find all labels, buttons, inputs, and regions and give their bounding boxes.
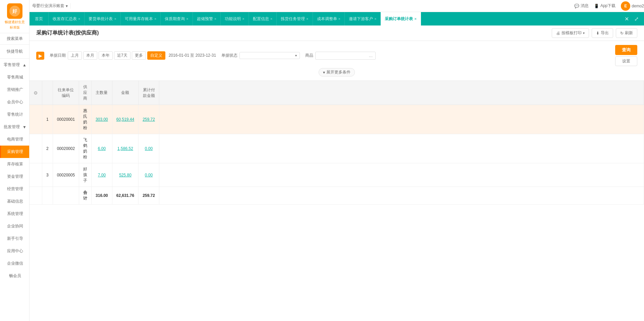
sidebar-item-enterprise-wechat[interactable]: 企业微信 — [0, 257, 29, 270]
qty-link[interactable]: 6.00 — [98, 146, 106, 151]
tab-expiry-query-close[interactable]: × — [186, 17, 188, 21]
sidebar-item-purchase[interactable]: 采购管理 — [0, 146, 29, 158]
query-button[interactable]: 查询 — [615, 45, 637, 55]
company-selector[interactable]: 母婴行业演示账套 ▾ — [30, 3, 71, 9]
tab-invite-downstream[interactable]: 邀请下游客户 × — [345, 12, 381, 25]
tab-receive-send[interactable]: 收发存汇总表 × — [49, 12, 85, 25]
sidebar-item-inventory[interactable]: 库存核算 — [0, 158, 29, 170]
tab-function-desc[interactable]: 功能说明 × — [221, 12, 249, 25]
quick-nav[interactable]: 快捷导航 — [0, 45, 29, 59]
btn-7days[interactable]: 近7天 — [114, 51, 130, 60]
sidebar-item-retail-management[interactable]: 零售管理 ▲ — [0, 59, 29, 71]
status-select[interactable]: ▾ — [239, 52, 300, 59]
sidebar-item-marketing[interactable]: 营销推广 — [0, 84, 29, 96]
sidebar-item-system[interactable]: 系统管理 — [0, 208, 29, 220]
goods-input[interactable]: … — [315, 52, 376, 60]
cell-qty[interactable]: 7.00 — [92, 163, 112, 187]
goods-more-btn[interactable]: … — [369, 53, 373, 58]
cell-extra — [159, 134, 644, 163]
tab-storage-task-close[interactable]: × — [306, 17, 308, 21]
search-menu[interactable]: 搜索菜单 — [0, 33, 29, 45]
tab-invite-downstream-close[interactable]: × — [374, 17, 376, 21]
sidebar-item-app-center[interactable]: 应用中心 — [0, 245, 29, 257]
sidebar-item-retail-mall[interactable]: 零售商城 — [0, 71, 29, 84]
paid-link[interactable]: 259.72 — [143, 117, 155, 122]
cell-amount[interactable]: 525.80 — [112, 163, 138, 187]
settings-column-icon[interactable]: ⚙ — [34, 90, 38, 96]
filter-toggle-btn[interactable]: ▶ — [36, 52, 44, 60]
sidebar-item-enterprise-coop[interactable]: 企业协同 — [0, 220, 29, 232]
cell-qty[interactable]: 6.00 — [92, 134, 112, 163]
sidebar-item-basic-info[interactable]: 基础信息 — [0, 195, 29, 208]
maximize-btn[interactable]: ⤢ — [632, 16, 641, 22]
tab-expiry-query[interactable]: 保质期查询 × — [161, 12, 193, 25]
cell-paid[interactable]: 259.72 — [139, 105, 159, 134]
amount-link[interactable]: 60,519.44 — [116, 117, 134, 122]
tab-order-stats[interactable]: 要货单统计表 × — [85, 12, 120, 25]
tab-overstock-label: 超储预警 — [197, 16, 213, 22]
sidebar-item-member-center[interactable]: 会员中心 — [0, 96, 29, 108]
tab-receive-send-close[interactable]: × — [78, 17, 80, 21]
refresh-button[interactable]: ↻ 刷新 — [616, 28, 637, 38]
tab-overstock-close[interactable]: × — [214, 17, 216, 21]
tab-available-inventory-close[interactable]: × — [154, 17, 156, 21]
tab-cost-adjust-close[interactable]: × — [338, 17, 340, 21]
qty-link[interactable]: 303.00 — [96, 117, 108, 122]
paid-link[interactable]: 0.00 — [145, 173, 153, 177]
cell-paid[interactable]: 0.00 — [139, 134, 159, 163]
tab-storage-task[interactable]: 拣货任务管理 × — [277, 12, 313, 25]
user-profile-btn[interactable]: E demo2 — [621, 1, 644, 11]
print-button[interactable]: 🖨 按模板打印 ▾ — [552, 28, 589, 38]
quick-nav-item[interactable]: 快捷导航 — [0, 46, 29, 57]
export-button[interactable]: ⬇ 导出 — [592, 28, 613, 38]
footer-paid: 259.72 — [139, 187, 159, 205]
search-menu-label[interactable]: 搜索菜单 — [7, 36, 23, 41]
tab-cost-adjust[interactable]: 成本调整单 × — [313, 12, 345, 25]
filter-area: ▶ 单据日期 上月 本月 本年 近7天 更多 自定义 2016-01-01 至 … — [30, 41, 644, 81]
btn-this-month[interactable]: 本月 — [83, 51, 97, 60]
tab-available-inventory[interactable]: 可用量库存账本 × — [121, 12, 161, 25]
btn-custom-date[interactable]: 自定义 — [147, 51, 165, 60]
amount-link[interactable]: 525.80 — [119, 173, 131, 177]
btn-more-dates[interactable]: 更多 — [132, 51, 146, 60]
user-name: demo2 — [632, 4, 644, 8]
cell-qty[interactable]: 303.00 — [92, 105, 112, 134]
close-tab-btn[interactable]: ✕ — [622, 16, 632, 22]
cell-paid[interactable]: 0.00 — [139, 163, 159, 187]
th-extra — [159, 81, 644, 105]
amount-link[interactable]: 1,586.52 — [117, 146, 133, 151]
cell-extra — [159, 163, 644, 187]
sidebar-item-ecommerce[interactable]: 电商管理 — [0, 133, 29, 146]
tab-purchase-stats[interactable]: 采购订单统计表 × — [381, 12, 421, 25]
tab-purchase-stats-close[interactable]: × — [414, 17, 416, 21]
inventory-label: 库存核算 — [7, 161, 23, 167]
sidebar-item-operations[interactable]: 经营管理 — [0, 183, 29, 195]
paid-link[interactable]: 0.00 — [145, 146, 153, 151]
cell-amount[interactable]: 60,519.44 — [112, 105, 138, 134]
basic-info-label: 基础信息 — [7, 199, 23, 204]
sidebar-item-finance[interactable]: 资金管理 — [0, 170, 29, 183]
tab-home[interactable]: 首页 — [30, 12, 49, 25]
th-qty: 主数量 — [92, 81, 112, 105]
tab-overstock[interactable]: 超储预警 × — [193, 12, 221, 25]
sidebar-item-retail-stats[interactable]: 零售统计 — [0, 108, 29, 121]
tab-config-info-close[interactable]: × — [270, 17, 272, 21]
qty-link[interactable]: 7.00 — [98, 173, 106, 177]
tab-function-desc-close[interactable]: × — [242, 17, 244, 21]
tab-config-info[interactable]: 配置信息 × — [249, 12, 277, 25]
btn-last-month[interactable]: 上月 — [68, 51, 82, 60]
setting-button[interactable]: 设置 — [615, 56, 637, 66]
message-btn[interactable]: 💬 消息 — [574, 3, 589, 9]
sidebar-item-vip[interactable]: 畅会员 — [0, 270, 29, 282]
sidebar-item-wholesale[interactable]: 批发管理 ▼ — [0, 121, 29, 133]
enterprise-wechat-label: 企业微信 — [7, 261, 23, 266]
btn-this-year[interactable]: 本年 — [99, 51, 113, 60]
sidebar-item-new-guide[interactable]: 新手引导 — [0, 232, 29, 245]
export-label: 导出 — [601, 30, 609, 36]
app-download-btn[interactable]: 📱 App下载 — [594, 3, 615, 9]
footer-qty: 316.00 — [92, 187, 112, 205]
tab-order-stats-close[interactable]: × — [114, 17, 116, 21]
cell-amount[interactable]: 1,586.52 — [112, 134, 138, 163]
page-title: 采购订单统计表(按供应商) — [36, 30, 99, 37]
expand-more-btn[interactable]: ▾ 展开更多条件 — [319, 68, 355, 76]
